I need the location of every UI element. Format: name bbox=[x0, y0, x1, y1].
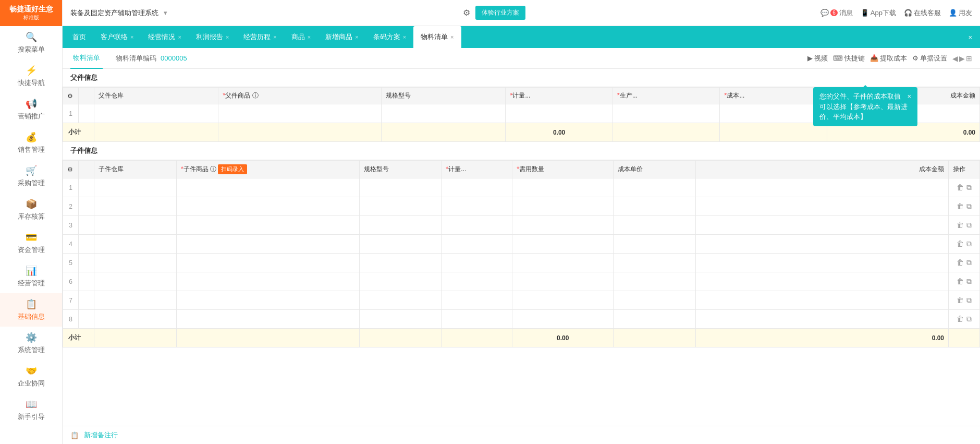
child-row-unit-3[interactable] bbox=[442, 216, 512, 235]
tab-goods[interactable]: 商品 × bbox=[284, 26, 318, 48]
child-row-spec-3[interactable] bbox=[359, 216, 442, 235]
child-row-warehouse-8[interactable] bbox=[94, 310, 177, 329]
message-item[interactable]: 💬 6 消息 bbox=[820, 8, 853, 18]
tab-history[interactable]: 经营历程 × bbox=[236, 26, 284, 48]
child-row-warehouse-1[interactable] bbox=[94, 178, 177, 197]
child-row-goods-7[interactable] bbox=[176, 291, 359, 310]
child-row-warehouse-2[interactable] bbox=[94, 197, 177, 216]
child-row-goods-5[interactable] bbox=[176, 254, 359, 272]
sidebar-item-enterprise[interactable]: 🤝 企业协同 bbox=[0, 360, 62, 393]
close-all-tabs[interactable]: × bbox=[963, 33, 977, 41]
sidebar-item-inventory[interactable]: 📦 库存核算 bbox=[0, 193, 62, 226]
sidebar-item-quicknav[interactable]: ⚡ 快捷导航 bbox=[0, 59, 62, 93]
child-row-unit-5[interactable] bbox=[442, 254, 512, 272]
single-settings-button[interactable]: ⚙ 单据设置 bbox=[912, 54, 947, 63]
delete-icon-6[interactable]: 🗑 bbox=[957, 277, 964, 286]
parent-row-production[interactable] bbox=[612, 104, 719, 123]
user-item[interactable]: 👤 用友 bbox=[949, 8, 972, 18]
child-row-quantity-6[interactable] bbox=[512, 272, 614, 291]
trial-button[interactable]: 体验行业方案 bbox=[475, 6, 525, 20]
grid-icon[interactable]: ⊞ bbox=[966, 54, 972, 63]
child-row-quantity-8[interactable] bbox=[512, 310, 614, 329]
parent-row-cost[interactable] bbox=[720, 104, 827, 123]
child-row-warehouse-3[interactable] bbox=[94, 216, 177, 235]
sidebar-item-search[interactable]: 🔍 搜索菜单 bbox=[0, 26, 62, 59]
view-video-button[interactable]: ▶ 视频 bbox=[807, 54, 828, 63]
child-row-goods-2[interactable] bbox=[176, 197, 359, 216]
dropdown-arrow[interactable]: ▾ bbox=[164, 9, 167, 17]
copy-icon-7[interactable]: ⧉ bbox=[966, 296, 972, 305]
child-row-warehouse-4[interactable] bbox=[94, 235, 177, 254]
tab-new-goods-close[interactable]: × bbox=[355, 34, 358, 40]
child-row-unitcost-6[interactable] bbox=[614, 272, 696, 291]
child-col-gear[interactable]: ⚙ bbox=[63, 161, 79, 178]
tab-goods-close[interactable]: × bbox=[308, 34, 311, 40]
child-row-quantity-5[interactable] bbox=[512, 254, 614, 272]
copy-icon-3[interactable]: ⧉ bbox=[966, 221, 972, 230]
delete-icon-4[interactable]: 🗑 bbox=[957, 239, 964, 248]
child-row-quantity-3[interactable] bbox=[512, 216, 614, 235]
child-row-spec-6[interactable] bbox=[359, 272, 442, 291]
child-row-goods-1[interactable] bbox=[176, 178, 359, 197]
child-row-spec-1[interactable] bbox=[359, 178, 442, 197]
delete-icon-8[interactable]: 🗑 bbox=[957, 315, 964, 323]
child-row-goods-3[interactable] bbox=[176, 216, 359, 235]
child-row-unit-1[interactable] bbox=[442, 178, 512, 197]
child-row-warehouse-7[interactable] bbox=[94, 291, 177, 310]
sub-tab-bom-list[interactable]: 物料清单 bbox=[70, 48, 103, 69]
sidebar-item-marketing[interactable]: 📢 营销推广 bbox=[0, 93, 62, 126]
tab-customer-close[interactable]: × bbox=[130, 34, 133, 40]
tab-barcode[interactable]: 条码方案 × bbox=[366, 26, 413, 48]
child-row-unitcost-2[interactable] bbox=[614, 197, 696, 216]
tab-profit[interactable]: 利润报告 × bbox=[189, 26, 236, 48]
child-row-goods-4[interactable] bbox=[176, 235, 359, 254]
next-arrow[interactable]: ▶ bbox=[959, 54, 965, 63]
prev-arrow[interactable]: ◀ bbox=[952, 54, 958, 63]
tab-home[interactable]: 首页 bbox=[65, 26, 93, 48]
copy-icon-1[interactable]: ⧉ bbox=[966, 183, 972, 192]
tab-profit-close[interactable]: × bbox=[226, 34, 229, 40]
child-row-spec-7[interactable] bbox=[359, 291, 442, 310]
child-row-quantity-2[interactable] bbox=[512, 197, 614, 216]
child-row-unitcost-7[interactable] bbox=[614, 291, 696, 310]
tab-bom-close[interactable]: × bbox=[450, 34, 454, 40]
copy-icon-8[interactable]: ⧉ bbox=[966, 315, 972, 323]
parent-row-unit[interactable] bbox=[506, 104, 612, 123]
delete-icon-3[interactable]: 🗑 bbox=[957, 221, 964, 230]
child-row-unitcost-1[interactable] bbox=[614, 178, 696, 197]
scan-button[interactable]: 扫码录入 bbox=[218, 164, 247, 174]
app-download-item[interactable]: 📱 App下载 bbox=[861, 8, 896, 18]
tooltip-close-button[interactable]: × bbox=[907, 91, 911, 102]
child-row-unit-6[interactable] bbox=[442, 272, 512, 291]
tab-barcode-close[interactable]: × bbox=[403, 34, 406, 40]
copy-icon-5[interactable]: ⧉ bbox=[966, 258, 972, 267]
child-row-unitcost-3[interactable] bbox=[614, 216, 696, 235]
tab-bom[interactable]: 物料清单 × bbox=[413, 26, 461, 48]
child-row-unitcost-5[interactable] bbox=[614, 254, 696, 272]
sidebar-item-sales[interactable]: 💰 销售管理 bbox=[0, 126, 62, 160]
child-row-unit-4[interactable] bbox=[442, 235, 512, 254]
sidebar-item-finance[interactable]: 💳 资金管理 bbox=[0, 226, 62, 260]
child-row-unit-7[interactable] bbox=[442, 291, 512, 310]
delete-icon-7[interactable]: 🗑 bbox=[957, 296, 964, 305]
child-row-spec-4[interactable] bbox=[359, 235, 442, 254]
parent-row-goods[interactable] bbox=[218, 104, 382, 123]
child-row-warehouse-5[interactable] bbox=[94, 254, 177, 272]
tab-customer[interactable]: 客户联络 × bbox=[93, 26, 141, 48]
delete-icon-5[interactable]: 🗑 bbox=[957, 258, 964, 267]
tab-operations-close[interactable]: × bbox=[178, 34, 181, 40]
settings-icon[interactable]: ⚙ bbox=[463, 8, 470, 18]
child-row-unitcost-4[interactable] bbox=[614, 235, 696, 254]
tab-operations[interactable]: 经营情况 × bbox=[141, 26, 188, 48]
child-row-unitcost-8[interactable] bbox=[614, 310, 696, 329]
parent-row-warehouse[interactable] bbox=[94, 104, 218, 123]
copy-icon-6[interactable]: ⧉ bbox=[966, 277, 972, 286]
sub-tab-bom-code[interactable]: 物料清单编码 0000005 bbox=[113, 48, 190, 69]
child-row-goods-8[interactable] bbox=[176, 310, 359, 329]
online-service-item[interactable]: 🎧 在线客服 bbox=[904, 8, 941, 18]
child-row-spec-5[interactable] bbox=[359, 254, 442, 272]
delete-icon-1[interactable]: 🗑 bbox=[957, 183, 964, 192]
child-row-unit-2[interactable] bbox=[442, 197, 512, 216]
child-row-spec-8[interactable] bbox=[359, 310, 442, 329]
sidebar-item-guide[interactable]: 📖 新手引导 bbox=[0, 393, 62, 427]
